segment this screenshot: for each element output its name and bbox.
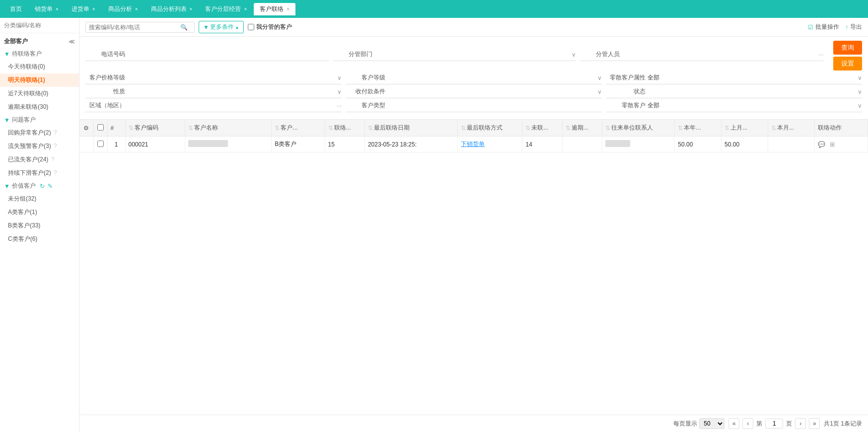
question-icon-0: ? xyxy=(54,129,57,136)
th-this-year: ⇅ 本年... xyxy=(675,120,722,137)
th-overdue-sort-icon[interactable]: ⇅ xyxy=(566,125,571,132)
row-unit-contact-cell xyxy=(602,137,675,152)
th-last-contact-method: ⇅ 最后联络方式 xyxy=(458,120,522,137)
th-method-sort-icon[interactable]: ⇅ xyxy=(461,125,466,132)
th-customer-name: ⇅ 客户名称 xyxy=(185,120,272,137)
manager-label: 分管人员 xyxy=(580,50,620,59)
action-more-icon[interactable]: ⊞ xyxy=(830,141,835,148)
row-last-month-cell: 50.00 xyxy=(722,137,768,152)
customer-table: ⚙ # ⇅ 客户编码 xyxy=(79,120,868,152)
sidebar-search-input[interactable] xyxy=(4,22,78,29)
refresh-icon[interactable]: ↻ xyxy=(40,183,45,190)
dept-dropdown-icon[interactable]: ∨ xyxy=(572,51,576,58)
nav-purchase-order[interactable]: 进货单 × xyxy=(66,3,101,15)
th-this-year-sort-icon[interactable]: ⇅ xyxy=(678,125,683,132)
th-code-sort-icon[interactable]: ⇅ xyxy=(129,125,134,132)
query-button[interactable]: 查询 xyxy=(833,41,862,55)
nav-product-analysis[interactable]: 商品分析 × xyxy=(102,3,144,15)
price-level-dropdown-icon[interactable]: ∨ xyxy=(337,74,342,81)
export-button[interactable]: ↑ 导出 xyxy=(845,23,862,31)
sidebar-item-declining[interactable]: 持续下滑客户(2) ? xyxy=(0,166,79,180)
batch-ops-check-icon: ☑ xyxy=(808,24,813,31)
th-this-month-sort-icon[interactable]: ⇅ xyxy=(771,125,776,132)
th-not-contacted: ⇅ 未联... xyxy=(522,120,562,137)
filter-actions: 查询 设置 xyxy=(833,41,862,71)
close-product-analysis-list-icon[interactable]: × xyxy=(190,6,193,12)
next-page-button[interactable]: › xyxy=(795,418,806,429)
sidebar-item-a-customers[interactable]: A类客户(1) xyxy=(0,206,79,219)
row-last-contact-method-cell: 下销货单 xyxy=(458,137,522,152)
close-purchase-order-icon[interactable]: × xyxy=(92,6,95,12)
sidebar-item-tomorrow-contact[interactable]: 明天待联络(1) xyxy=(0,73,79,87)
th-gear: ⚙ xyxy=(79,120,93,137)
more-conditions-button[interactable]: ▼ 更多条件 ▲ xyxy=(199,21,244,33)
top-navigation: 首页 销货单 × 进货单 × 商品分析 × 商品分析列表 × 客户分层经营 × … xyxy=(0,0,868,18)
close-sales-order-icon[interactable]: × xyxy=(56,6,59,12)
th-customer-code: ⇅ 客户编码 xyxy=(125,120,185,137)
search-icon[interactable]: 🔍 xyxy=(180,24,188,31)
search-input[interactable] xyxy=(89,24,178,31)
retail-attr-dropdown-icon[interactable]: ∨ xyxy=(858,74,862,81)
sidebar-item-churn-warning[interactable]: 流失预警客户(3) ? xyxy=(0,140,79,153)
nav-product-analysis-list[interactable]: 商品分析列表 × xyxy=(145,3,199,15)
action-contact-icon[interactable]: 💬 xyxy=(818,141,825,148)
batch-ops-button[interactable]: ☑ 批量操作 xyxy=(808,23,839,31)
page-number-input[interactable] xyxy=(765,419,783,429)
my-customers-check-input[interactable] xyxy=(248,24,254,30)
filter-row-4: 区域（地区） ··· 客户类型 零散客户 全部 ∨ xyxy=(85,101,862,112)
sidebar-item-today-contact[interactable]: 今天待联络(0) xyxy=(0,60,79,73)
manager-dropdown-icon[interactable]: ··· xyxy=(818,51,823,58)
sidebar-item-repurchase-abnormal[interactable]: 回购异常客户(2) ? xyxy=(0,126,79,140)
per-page-select[interactable]: 50 100 200 xyxy=(699,418,724,429)
th-date-sort-icon[interactable]: ⇅ xyxy=(368,125,373,132)
th-number: # xyxy=(107,120,125,137)
th-name-sort-icon[interactable]: ⇅ xyxy=(188,125,193,132)
sidebar-item-7day-contact[interactable]: 近7天待联络(0) xyxy=(0,87,79,100)
th-last-month-sort-icon[interactable]: ⇅ xyxy=(724,125,729,132)
retail-attr-field: 零散客户属性 全部 ∨ xyxy=(606,73,862,84)
sidebar-item-b-customers[interactable]: B类客户(33) xyxy=(0,219,79,232)
nav-sales-order[interactable]: 销货单 × xyxy=(29,3,65,15)
my-customers-checkbox[interactable]: 我分管的客户 xyxy=(248,23,292,31)
status-dropdown-icon[interactable]: ∨ xyxy=(858,88,862,95)
row-action-cell: 💬 ⊞ xyxy=(814,137,868,152)
region-dropdown-icon[interactable]: ··· xyxy=(337,102,342,109)
last-page-button[interactable]: » xyxy=(809,418,820,429)
sidebar-item-unclassified[interactable]: 未分组(32) xyxy=(0,192,79,206)
row-gear-cell xyxy=(79,137,93,152)
th-type-sort-icon[interactable]: ⇅ xyxy=(275,125,280,132)
th-not-contacted-sort-icon[interactable]: ⇅ xyxy=(525,125,530,132)
first-page-button[interactable]: « xyxy=(728,418,739,429)
row-type-cell: B类客户 xyxy=(272,137,325,152)
retail-customer-label: 零散客户 xyxy=(606,101,646,110)
nature-field: 性质 ∨ xyxy=(85,87,342,98)
row-checkbox[interactable] xyxy=(97,141,104,147)
sidebar-item-overdue-contact[interactable]: 逾期未联络(30) xyxy=(0,100,79,114)
retail-customer-field: 零散客户 全部 ∨ xyxy=(606,101,862,112)
select-all-checkbox[interactable] xyxy=(97,124,104,131)
payment-terms-dropdown-icon[interactable]: ∨ xyxy=(597,88,602,95)
close-customer-segment-icon[interactable]: × xyxy=(244,6,247,12)
problem-triangle-icon: ▼ xyxy=(4,117,10,124)
settings-button[interactable]: 设置 xyxy=(833,57,862,71)
gear-icon[interactable]: ⚙ xyxy=(83,125,89,132)
close-product-analysis-icon[interactable]: × xyxy=(135,6,138,12)
th-unit-sort-icon[interactable]: ⇅ xyxy=(605,125,610,132)
sidebar-item-c-customers[interactable]: C类客户(6) xyxy=(0,232,79,246)
nav-customer-contact[interactable]: 客户联络 × xyxy=(254,3,295,15)
prev-page-button[interactable]: ‹ xyxy=(742,418,753,429)
nav-home[interactable]: 首页 xyxy=(4,3,28,15)
sales-order-link[interactable]: 下销货单 xyxy=(461,141,485,147)
customer-level-dropdown-icon[interactable]: ∨ xyxy=(597,74,602,81)
collapse-icon[interactable]: ≪ xyxy=(69,38,75,45)
nature-dropdown-icon[interactable]: ∨ xyxy=(337,88,342,95)
problem-customer-section: ▼ 问题客户 xyxy=(0,114,79,126)
sidebar-item-churned[interactable]: 已流失客户(24) ? xyxy=(0,153,79,166)
edit-icon[interactable]: ✎ xyxy=(48,183,53,190)
th-contact-sort-icon[interactable]: ⇅ xyxy=(328,125,333,132)
retail-customer-dropdown-icon[interactable]: ∨ xyxy=(858,102,862,109)
total-info: 共1页 1条记录 xyxy=(824,420,862,428)
advanced-filter-panel: 电话号码 分管部门 ∨ 分管人员 ··· 查询 设置 xyxy=(79,37,868,120)
close-customer-contact-icon[interactable]: × xyxy=(287,6,289,12)
nav-customer-segment[interactable]: 客户分层经营 × xyxy=(199,3,253,15)
